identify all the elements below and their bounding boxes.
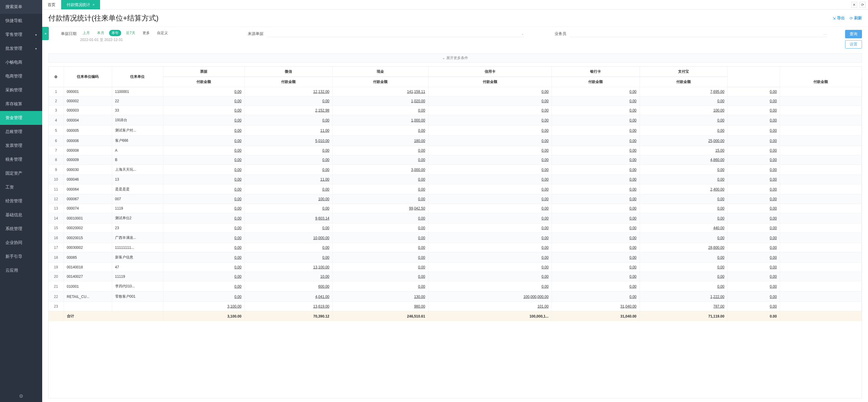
table-row[interactable]: 9000030上海天天玩...0.000.003,000.000.000.000… (49, 165, 862, 175)
sidebar-item[interactable]: 库存核算 (0, 97, 42, 111)
amount-cell[interactable]: 100.00 (245, 195, 333, 204)
table-row[interactable]: 1300007411190.000.0099,042.500.000.000.0… (49, 204, 862, 213)
amount-cell[interactable]: 600.00 (245, 281, 333, 292)
amount-cell[interactable]: 0.00 (640, 281, 727, 292)
amount-cell[interactable]: 2,152.98 (245, 106, 333, 115)
column-subheader[interactable]: 付款金额 (640, 77, 727, 87)
amount-cell[interactable]: 0.00 (428, 204, 552, 213)
amount-cell[interactable]: 1,000.00 (333, 115, 428, 125)
table-row[interactable]: 1500020002230.000.000.000.000.00440.000.… (49, 224, 862, 233)
amount-cell[interactable]: 100,000,000.00 (428, 292, 552, 302)
amount-cell[interactable]: 0.00 (428, 272, 552, 281)
amount-cell[interactable]: 0.00 (245, 243, 333, 252)
amount-cell[interactable]: 0.00 (245, 184, 333, 195)
table-row[interactable]: 6000006客户6660.005,010.00180.000.000.0025… (49, 136, 862, 146)
amount-cell[interactable]: 0.00 (163, 146, 245, 155)
amount-cell[interactable]: 0.00 (727, 136, 780, 146)
amount-cell[interactable]: 0.00 (727, 224, 780, 233)
sidebar-item[interactable]: 批发管理▾ (0, 41, 42, 56)
amount-cell[interactable]: 0.00 (552, 125, 640, 136)
sidebar-item[interactable]: 小畅电商 (0, 56, 42, 69)
collapse-filter-icon[interactable]: » (42, 27, 49, 40)
amount-cell[interactable]: 3,000.00 (333, 165, 428, 175)
amount-cell[interactable]: 0.00 (163, 195, 245, 204)
sidebar-item[interactable]: 税务管理 (0, 152, 42, 167)
amount-cell[interactable]: 0.00 (727, 213, 780, 224)
amount-cell[interactable]: 0.00 (552, 292, 640, 302)
amount-cell[interactable]: 0.00 (428, 146, 552, 155)
amount-cell[interactable]: 141,158.11 (333, 87, 428, 96)
column-subheader[interactable]: 付款金额 (163, 77, 245, 87)
amount-cell[interactable]: 0.00 (428, 263, 552, 272)
amount-cell[interactable]: 0.00 (552, 175, 640, 184)
amount-cell[interactable]: 101.00 (428, 302, 552, 311)
amount-cell[interactable]: 130.00 (333, 292, 428, 302)
table-row[interactable]: 100000111000010.0012,132.00141,158.110.0… (49, 87, 862, 96)
amount-cell[interactable]: 0.00 (163, 224, 245, 233)
amount-cell[interactable]: 0.00 (727, 155, 780, 165)
amount-cell[interactable]: 0.00 (552, 252, 640, 263)
amount-cell[interactable]: 0.00 (727, 125, 780, 136)
amount-cell[interactable]: 0.00 (428, 106, 552, 115)
amount-cell[interactable]: 0.00 (163, 204, 245, 213)
column-subheader[interactable]: 付款金额 (333, 77, 428, 87)
amount-cell[interactable]: 0.00 (552, 233, 640, 243)
amount-cell[interactable]: 0.00 (552, 195, 640, 204)
date-option[interactable]: 上月 (80, 30, 92, 36)
amount-cell[interactable]: 31,040.00 (552, 302, 640, 311)
amount-cell[interactable]: 0.00 (245, 165, 333, 175)
amount-cell[interactable]: 0.00 (640, 165, 727, 175)
amount-cell[interactable]: 0.00 (245, 146, 333, 155)
amount-cell[interactable]: 0.00 (333, 195, 428, 204)
amount-cell[interactable]: 0.00 (163, 115, 245, 125)
sidebar-item[interactable]: 云应用 (0, 264, 42, 278)
amount-cell[interactable]: 0.00 (163, 165, 245, 175)
column-header[interactable]: 信用卡 (428, 67, 552, 77)
column-header[interactable]: 微信 (245, 67, 333, 77)
amount-cell[interactable]: 0.00 (727, 302, 780, 311)
amount-cell[interactable]: 0.00 (163, 213, 245, 224)
expand-filters-button[interactable]: ⌄ 展开更多条件 (48, 53, 862, 63)
amount-cell[interactable]: 0.00 (640, 96, 727, 106)
sidebar-item[interactable]: 工资 (0, 180, 42, 194)
gear-icon[interactable]: ⚙ (54, 75, 58, 79)
table-row[interactable]: 10000046130.0011.000.000.000.000.000.00 (49, 175, 862, 184)
data-table[interactable]: ⚙往来单位编码往来单位票据微信现金信用卡银行卡支付宝 付款金额付款金额付款金额付… (48, 66, 862, 398)
amount-cell[interactable]: 0.00 (640, 195, 727, 204)
amount-cell[interactable]: 0.00 (333, 184, 428, 195)
sidebar-item[interactable]: 零售管理▾ (0, 28, 42, 41)
amount-cell[interactable]: 0.00 (727, 252, 780, 263)
table-row[interactable]: 120000670070.00100.000.000.000.000.000.0… (49, 195, 862, 204)
table-row[interactable]: 1400010001测试单位20.009,603.140.000.000.000… (49, 213, 862, 224)
amount-cell[interactable]: 0.00 (727, 115, 780, 125)
amount-cell[interactable]: 0.00 (163, 233, 245, 243)
amount-cell[interactable]: 0.00 (333, 252, 428, 263)
amount-cell[interactable]: 0.00 (428, 252, 552, 263)
amount-cell[interactable]: 0.00 (428, 243, 552, 252)
amount-cell[interactable]: 0.00 (333, 146, 428, 155)
column-subheader[interactable]: 付款金额 (428, 77, 552, 87)
amount-cell[interactable]: 0.00 (552, 106, 640, 115)
amount-cell[interactable]: 0.00 (245, 252, 333, 263)
amount-cell[interactable]: 1,222.00 (640, 292, 727, 302)
close-icon[interactable]: × (93, 3, 95, 7)
amount-cell[interactable]: 0.00 (333, 224, 428, 233)
amount-cell[interactable]: 0.00 (163, 281, 245, 292)
sidebar-item[interactable]: 新手引导 (0, 250, 42, 264)
amount-cell[interactable]: 0.00 (333, 125, 428, 136)
amount-cell[interactable]: 0.00 (163, 125, 245, 136)
amount-cell[interactable]: 0.00 (333, 175, 428, 184)
export-button[interactable]: ⇲ 导出 (832, 16, 845, 21)
sidebar-item[interactable]: 企业协同 (0, 236, 42, 250)
amount-cell[interactable]: 99,042.50 (333, 204, 428, 213)
amount-cell[interactable]: 0.00 (552, 281, 640, 292)
amount-cell[interactable]: 0.00 (428, 125, 552, 136)
amount-cell[interactable]: 0.00 (552, 115, 640, 125)
amount-cell[interactable]: 0.00 (640, 213, 727, 224)
amount-cell[interactable]: 10.00 (245, 272, 333, 281)
table-row[interactable]: 4000004191B台0.000.001,000.000.000.000.00… (49, 115, 862, 125)
settings-button[interactable]: 设置 (845, 40, 862, 49)
amount-cell[interactable]: 0.00 (727, 184, 780, 195)
sidebar-item[interactable]: 搜索菜单 (0, 0, 42, 14)
amount-cell[interactable]: 0.00 (428, 136, 552, 146)
